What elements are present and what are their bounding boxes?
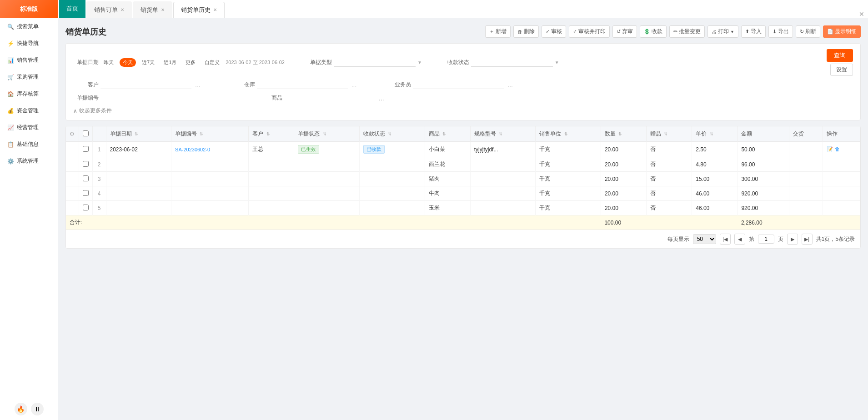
row-checkbox-cell[interactable] [79, 172, 92, 186]
tab-home[interactable]: 首页 [59, 0, 85, 18]
col-unit-price[interactable]: 单价 ⇅ [692, 126, 738, 142]
customer-input[interactable] [100, 80, 191, 89]
page-number-input[interactable] [758, 235, 774, 244]
col-doc-status[interactable]: 单据状态 ⇅ [294, 126, 360, 142]
collect-status-select[interactable] [471, 58, 553, 67]
audit-button[interactable]: ✓ 审核 [542, 25, 566, 38]
delete-button[interactable]: 🗑 删除 [513, 25, 539, 38]
sidebar-pause-btn[interactable]: ⏸ [31, 403, 44, 415]
sidebar-item-label: 资金管理 [17, 107, 39, 115]
export-button[interactable]: ⬇ 导出 [768, 25, 793, 38]
row-checkbox[interactable] [83, 190, 89, 196]
goods-input[interactable] [284, 94, 375, 102]
sidebar-item-inventory-calc[interactable]: 🏠 库存核算 [0, 85, 58, 102]
warehouse-input[interactable] [257, 80, 348, 89]
batch-change-button[interactable]: ✏ 批量变更 [669, 25, 705, 38]
sidebar-item-ops-mgmt[interactable]: 📈 经营管理 [0, 119, 58, 136]
sidebar-item-basic-info[interactable]: 📋 基础信息 [0, 136, 58, 153]
row-checkbox[interactable] [83, 205, 89, 210]
collapse-btn[interactable]: ∧ 收起更多条件 [73, 107, 853, 115]
row-checkbox[interactable] [83, 175, 89, 181]
query-settings-group: 查询 设置 [827, 49, 853, 76]
per-page-select[interactable]: 10 20 50 100 [693, 234, 716, 244]
table-row: 1 2023-06-02 SA-20230602-0 王总 已生效 已收款 小白… [66, 142, 860, 157]
col-settings[interactable]: ⚙ [66, 126, 79, 142]
tab-bar-close-all[interactable]: ✕ [859, 10, 864, 18]
fund-icon: 💰 [7, 107, 14, 115]
filter-warehouse-item: 仓库 ... [230, 80, 357, 89]
filter-panel: 单据日期 昨天 今天 近7天 近1月 更多 自定义 2023-06-02 至 2… [65, 43, 861, 120]
audit-print-button[interactable]: ✓ 审核并打印 [569, 25, 610, 38]
sidebar-item-system-mgmt[interactable]: ⚙️ 系统管理 [0, 153, 58, 170]
collect-button[interactable]: 💲 收款 [640, 25, 667, 38]
doc-type-select[interactable] [334, 58, 416, 67]
row-doc-num [171, 172, 249, 186]
docnum-input[interactable] [100, 94, 228, 102]
data-table: ⚙ 单据日期 ⇅ 单据编号 ⇅ 客户 ⇅ 单据状态 ⇅ 收款状态 ⇅ 商品 ⇅ … [66, 126, 860, 230]
col-collect-status[interactable]: 收款状态 ⇅ [360, 126, 425, 142]
prev-page-btn[interactable]: ◀ [734, 234, 745, 245]
row-checkbox-cell[interactable] [79, 186, 92, 201]
tab-sales-order-close[interactable]: ✕ [120, 8, 124, 12]
refresh-button[interactable]: ↻ 刷新 [796, 25, 820, 38]
print-button[interactable]: 🖨 打印 ▼ [707, 25, 738, 38]
date-tag-1month[interactable]: 近1月 [161, 58, 180, 67]
warehouse-dots[interactable]: ... [351, 81, 357, 89]
delete-action-btn[interactable]: 🗑 [835, 146, 840, 152]
select-all-checkbox[interactable] [83, 130, 89, 136]
next-page-btn[interactable]: ▶ [787, 234, 798, 245]
row-checkbox-cell[interactable] [79, 157, 92, 172]
date-tag-custom[interactable]: 自定义 [201, 58, 223, 67]
summary-end [789, 215, 860, 230]
row-num: 5 [92, 201, 106, 215]
tab-sales-delivery[interactable]: 销货单 ✕ [133, 1, 172, 18]
staff-input[interactable] [413, 80, 504, 89]
abandon-button[interactable]: ↺ 弃审 [612, 25, 637, 38]
col-goods[interactable]: 商品 ⇅ [425, 126, 470, 142]
col-quantity[interactable]: 数量 ⇅ [601, 126, 646, 142]
row-checkbox-cell[interactable] [79, 142, 92, 157]
sidebar-item-fund-mgmt[interactable]: 💰 资金管理 [0, 102, 58, 119]
row-checkbox-cell[interactable] [79, 201, 92, 215]
show-detail-button[interactable]: 📄 显示明细 [823, 25, 861, 38]
settings-button[interactable]: 设置 [830, 64, 853, 76]
last-page-btn[interactable]: ▶| [802, 234, 813, 245]
row-checkbox[interactable] [83, 146, 89, 152]
import-button[interactable]: ⬆ 导入 [741, 25, 766, 38]
edit-action-btn[interactable]: 📝 [827, 146, 833, 152]
sidebar-item-purchase-mgmt[interactable]: 🛒 采购管理 [0, 69, 58, 85]
row-customer: 王总 [249, 142, 294, 157]
date-tag-7days[interactable]: 近7天 [139, 58, 158, 67]
col-customer[interactable]: 客户 ⇅ [249, 126, 294, 142]
col-amount[interactable]: 金额 [738, 126, 789, 142]
first-page-btn[interactable]: |◀ [720, 234, 731, 245]
new-button[interactable]: ＋ 新增 [485, 25, 511, 38]
row-doc-num [171, 186, 249, 201]
staff-dots[interactable]: ... [507, 81, 513, 89]
query-button[interactable]: 查询 [827, 49, 853, 62]
date-tag-more[interactable]: 更多 [182, 58, 199, 67]
date-tag-today[interactable]: 今天 [120, 58, 136, 67]
doc-num-link[interactable]: SA-20230602-0 [175, 147, 210, 152]
filter-doc-type-item: 单据类型 ▼ [306, 58, 422, 67]
tab-sales-order[interactable]: 销售订单 ✕ [86, 1, 132, 18]
col-unit[interactable]: 销售单位 ⇅ [536, 126, 601, 142]
col-spec[interactable]: 规格型号 ⇅ [470, 126, 536, 142]
date-tag-yesterday[interactable]: 昨天 [100, 58, 117, 67]
col-doc-num[interactable]: 单据编号 ⇅ [171, 126, 249, 142]
goods-dots[interactable]: ... [379, 95, 384, 102]
sidebar-item-quick-nav[interactable]: ⚡ 快捷导航 [0, 35, 58, 52]
row-checkbox[interactable] [83, 161, 89, 167]
tab-home-label: 首页 [66, 5, 78, 13]
col-checkbox[interactable] [79, 126, 92, 142]
sidebar-item-sales-mgmt[interactable]: 📊 销售管理 [0, 52, 58, 69]
sidebar-fire-btn[interactable]: 🔥 [15, 403, 27, 415]
col-gift[interactable]: 赠品 ⇅ [647, 126, 692, 142]
customer-dots[interactable]: ... [195, 81, 201, 89]
col-doc-date[interactable]: 单据日期 ⇅ [106, 126, 171, 142]
tab-sales-history-close[interactable]: ✕ [213, 8, 217, 12]
tab-sales-delivery-close[interactable]: ✕ [161, 8, 165, 12]
sidebar-item-search-menu[interactable]: 🔍 搜索菜单 [0, 18, 58, 35]
tab-sales-history[interactable]: 销货单历史 ✕ [173, 2, 225, 18]
warehouse-label: 仓库 [230, 81, 255, 89]
